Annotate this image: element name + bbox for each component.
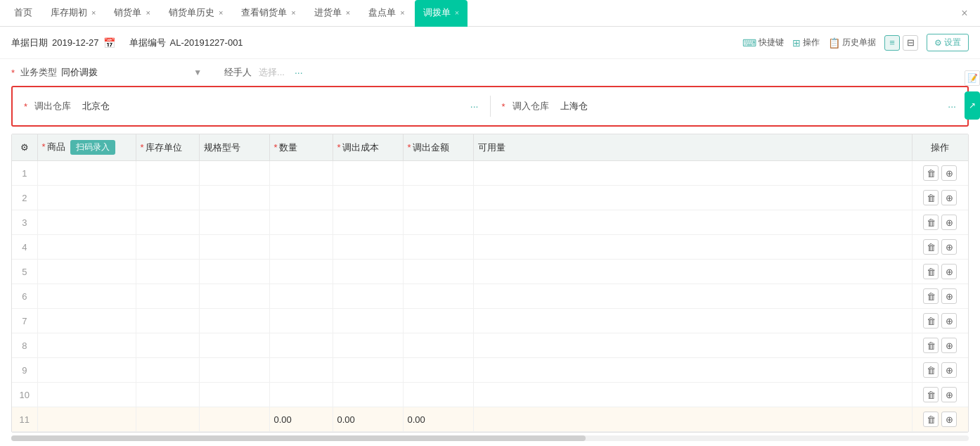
row-unit-2[interactable]: [136, 186, 199, 210]
row-unit-8[interactable]: [136, 333, 199, 358]
row-cost-3[interactable]: [333, 210, 403, 235]
row-unit-5[interactable]: [136, 260, 199, 284]
row-cost-4[interactable]: [333, 235, 403, 260]
row-qty-2[interactable]: [269, 186, 333, 210]
row-delete-btn-1[interactable]: 🗑: [923, 165, 939, 181]
window-close-btn[interactable]: ×: [955, 4, 974, 23]
row-goods-7[interactable]: [37, 309, 136, 333]
row-unit-9[interactable]: [136, 358, 199, 383]
subtotal-delete-btn[interactable]: 🗑: [923, 412, 939, 427]
tab-sales-order[interactable]: 销货单 ×: [105, 0, 158, 27]
subtotal-copy-btn[interactable]: ⊕: [941, 412, 957, 427]
transfer-out-more-btn[interactable]: ···: [470, 101, 479, 112]
row-unit-3[interactable]: [136, 210, 199, 235]
tab-view-sales-close[interactable]: ×: [291, 8, 295, 17]
row-available-1[interactable]: [473, 161, 912, 186]
sidebar-expand-btn[interactable]: ↗: [965, 91, 980, 120]
row-unit-10[interactable]: [136, 383, 199, 407]
row-spec-1[interactable]: [199, 161, 269, 186]
row-qty-4[interactable]: [269, 235, 333, 260]
row-delete-btn-5[interactable]: 🗑: [923, 264, 939, 279]
tab-transfer-close[interactable]: ×: [455, 8, 459, 17]
row-amount-8[interactable]: [403, 333, 473, 358]
row-spec-3[interactable]: [199, 210, 269, 235]
row-available-7[interactable]: [473, 309, 912, 333]
row-copy-btn-7[interactable]: ⊕: [941, 313, 957, 329]
row-qty-10[interactable]: [269, 383, 333, 407]
row-delete-btn-10[interactable]: 🗑: [923, 387, 939, 402]
tab-home[interactable]: 首页: [6, 0, 41, 27]
row-cost-8[interactable]: [333, 333, 403, 358]
row-delete-btn-7[interactable]: 🗑: [923, 313, 939, 329]
business-type-select[interactable]: 同价调拨 ▼: [61, 66, 202, 79]
row-spec-2[interactable]: [199, 186, 269, 210]
tab-view-sales[interactable]: 查看销货单 ×: [233, 0, 304, 27]
row-copy-btn-10[interactable]: ⊕: [941, 387, 957, 402]
horizontal-scrollbar[interactable]: [11, 435, 969, 441]
row-cost-9[interactable]: [333, 358, 403, 383]
row-spec-7[interactable]: [199, 309, 269, 333]
row-amount-5[interactable]: [403, 260, 473, 284]
row-delete-btn-6[interactable]: 🗑: [923, 288, 939, 304]
row-available-6[interactable]: [473, 284, 912, 309]
shortcuts-btn[interactable]: ⌨ 快捷键: [742, 37, 784, 49]
tab-inventory-init-close[interactable]: ×: [91, 8, 96, 17]
row-goods-6[interactable]: [37, 284, 136, 309]
row-spec-6[interactable]: [199, 284, 269, 309]
row-available-10[interactable]: [473, 383, 912, 407]
row-delete-btn-8[interactable]: 🗑: [923, 338, 939, 353]
history-btn[interactable]: 📋 历史单据: [828, 37, 876, 49]
row-cost-6[interactable]: [333, 284, 403, 309]
row-available-8[interactable]: [473, 333, 912, 358]
row-qty-8[interactable]: [269, 333, 333, 358]
row-unit-4[interactable]: [136, 235, 199, 260]
row-available-5[interactable]: [473, 260, 912, 284]
row-cost-10[interactable]: [333, 383, 403, 407]
row-spec-9[interactable]: [199, 358, 269, 383]
row-spec-8[interactable]: [199, 333, 269, 358]
tab-purchase-order-close[interactable]: ×: [346, 8, 350, 17]
transfer-in-more-btn[interactable]: ···: [948, 101, 956, 112]
row-unit-6[interactable]: [136, 284, 199, 309]
row-available-9[interactable]: [473, 358, 912, 383]
tab-sales-order-close[interactable]: ×: [146, 8, 150, 17]
row-amount-7[interactable]: [403, 309, 473, 333]
row-goods-4[interactable]: [37, 235, 136, 260]
person-select[interactable]: 选择...: [259, 66, 285, 79]
row-goods-1[interactable]: [37, 161, 136, 186]
layout-btn-1[interactable]: ≡: [884, 35, 900, 51]
business-type-dropdown-icon[interactable]: ▼: [193, 68, 202, 77]
row-spec-4[interactable]: [199, 235, 269, 260]
row-qty-6[interactable]: [269, 284, 333, 309]
row-unit-1[interactable]: [136, 161, 199, 186]
table-settings-icon[interactable]: ⚙: [20, 142, 29, 153]
row-copy-btn-4[interactable]: ⊕: [941, 239, 957, 255]
row-available-2[interactable]: [473, 186, 912, 210]
operations-btn[interactable]: ⊞ 操作: [792, 37, 820, 49]
sidebar-note-btn[interactable]: 📝: [965, 70, 980, 86]
row-copy-btn-6[interactable]: ⊕: [941, 288, 957, 304]
row-delete-btn-9[interactable]: 🗑: [923, 362, 939, 378]
row-cost-1[interactable]: [333, 161, 403, 186]
tab-sales-history-close[interactable]: ×: [219, 8, 223, 17]
row-amount-6[interactable]: [403, 284, 473, 309]
row-cost-7[interactable]: [333, 309, 403, 333]
tab-sales-history[interactable]: 销货单历史 ×: [160, 0, 231, 27]
layout-btn-2[interactable]: ⊟: [903, 35, 918, 51]
row-qty-5[interactable]: [269, 260, 333, 284]
row-qty-1[interactable]: [269, 161, 333, 186]
row-goods-9[interactable]: [37, 358, 136, 383]
tab-stocktake[interactable]: 盘点单 ×: [360, 0, 413, 27]
row-delete-btn-2[interactable]: 🗑: [923, 190, 939, 205]
row-copy-btn-5[interactable]: ⊕: [941, 264, 957, 279]
row-delete-btn-3[interactable]: 🗑: [923, 215, 939, 230]
row-cost-2[interactable]: [333, 186, 403, 210]
row-goods-10[interactable]: [37, 383, 136, 407]
row-copy-btn-8[interactable]: ⊕: [941, 338, 957, 353]
tab-inventory-init[interactable]: 库存期初 ×: [42, 0, 104, 27]
tab-transfer[interactable]: 调拨单 ×: [415, 0, 468, 27]
row-goods-5[interactable]: [37, 260, 136, 284]
settings-button[interactable]: ⚙ 设置: [927, 34, 969, 51]
row-amount-9[interactable]: [403, 358, 473, 383]
row-amount-2[interactable]: [403, 186, 473, 210]
